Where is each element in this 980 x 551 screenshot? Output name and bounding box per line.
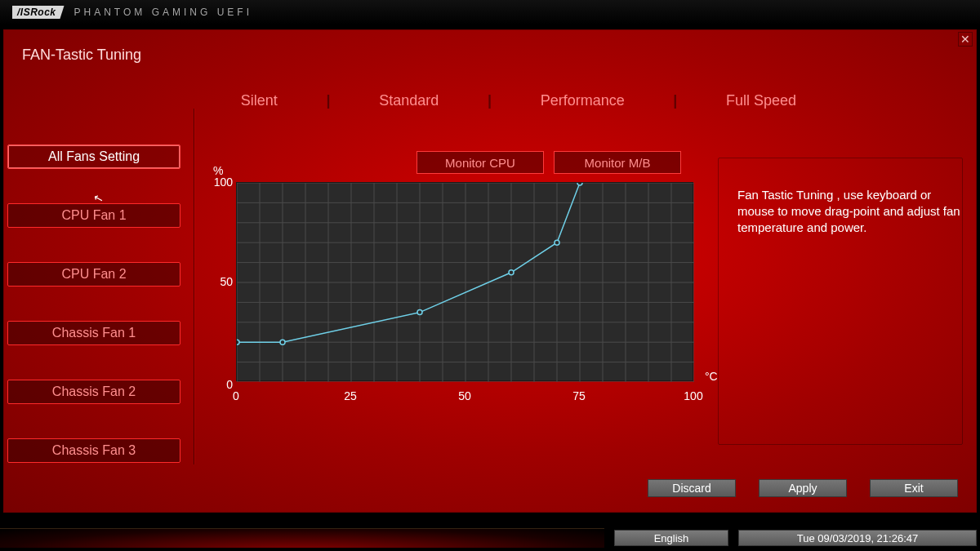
x-axis-unit: °C: [705, 370, 718, 383]
tab-standard[interactable]: Standard: [379, 92, 439, 109]
sidebar-item-chassis-fan-2[interactable]: Chassis Fan 2: [7, 380, 180, 404]
sidebar-item-label: CPU Fan 2: [61, 267, 126, 282]
sidebar-item-cpu-fan-2[interactable]: CPU Fan 2: [7, 262, 180, 287]
svg-point-34: [417, 310, 422, 315]
y-tick-50: 50: [220, 275, 233, 288]
status-left-decoration: [0, 528, 604, 548]
brand-badge: /ISRock: [12, 6, 65, 19]
header-title: PHANTOM GAMING UEFI: [74, 7, 252, 18]
x-tick-75: 75: [572, 389, 586, 402]
language-selector[interactable]: English: [614, 530, 728, 546]
exit-button[interactable]: Exit: [870, 479, 958, 497]
datetime-display: Tue 09/03/2019, 21:26:47: [738, 530, 977, 546]
y-tick-100: 100: [214, 176, 233, 189]
fan-curve-chart[interactable]: % 100 50 0 0 25 50 75 100 °C: [218, 167, 724, 415]
sidebar-item-label: CPU Fan 1: [61, 208, 126, 223]
svg-point-37: [577, 183, 582, 185]
x-tick-50: 50: [458, 389, 471, 402]
sidebar-item-label: Chassis Fan 2: [52, 384, 136, 399]
profile-tabs: Silent | Standard | Performance | Full S…: [216, 92, 821, 109]
vertical-separator: [194, 109, 195, 464]
sidebar-item-cpu-fan-1[interactable]: CPU Fan 1: [7, 203, 180, 228]
tab-separator: |: [327, 92, 331, 109]
sidebar-item-chassis-fan-1[interactable]: Chassis Fan 1: [7, 321, 180, 345]
sidebar: All Fans Setting CPU Fan 1 CPU Fan 2 Cha…: [7, 144, 180, 497]
apply-button[interactable]: Apply: [759, 479, 847, 497]
chart-plot-area[interactable]: [236, 182, 693, 381]
sidebar-item-label: Chassis Fan 1: [52, 326, 136, 340]
svg-point-32: [237, 340, 239, 344]
main-panel: ✕ FAN-Tastic Tuning All Fans Setting CPU…: [3, 29, 977, 513]
header-bar: /ISRock PHANTOM GAMING UEFI: [0, 0, 980, 24]
tab-full-speed[interactable]: Full Speed: [726, 92, 796, 109]
sidebar-item-all-fans[interactable]: All Fans Setting: [7, 144, 180, 169]
close-icon[interactable]: ✕: [958, 32, 973, 47]
svg-point-36: [555, 240, 559, 245]
sidebar-item-label: Chassis Fan 3: [52, 443, 136, 458]
y-tick-0: 0: [226, 378, 233, 391]
sidebar-item-chassis-fan-3[interactable]: Chassis Fan 3: [7, 438, 180, 463]
help-text: Fan Tastic Tuning , use keyboard or mous…: [737, 187, 966, 236]
svg-point-35: [509, 270, 514, 275]
tab-silent[interactable]: Silent: [241, 92, 278, 109]
status-bar: English Tue 09/03/2019, 21:26:47: [0, 528, 980, 548]
tab-performance[interactable]: Performance: [541, 92, 625, 109]
sidebar-item-label: All Fans Setting: [48, 149, 140, 164]
tab-separator: |: [488, 92, 492, 109]
tab-separator: |: [673, 92, 677, 109]
page-title: FAN-Tastic Tuning: [22, 47, 141, 64]
svg-point-33: [280, 340, 285, 344]
x-tick-100: 100: [684, 389, 702, 402]
discard-button[interactable]: Discard: [648, 479, 736, 497]
action-row: Discard Apply Exit: [648, 479, 958, 497]
x-tick-0: 0: [233, 389, 239, 402]
x-tick-25: 25: [344, 389, 357, 402]
chart-svg[interactable]: [237, 183, 694, 382]
